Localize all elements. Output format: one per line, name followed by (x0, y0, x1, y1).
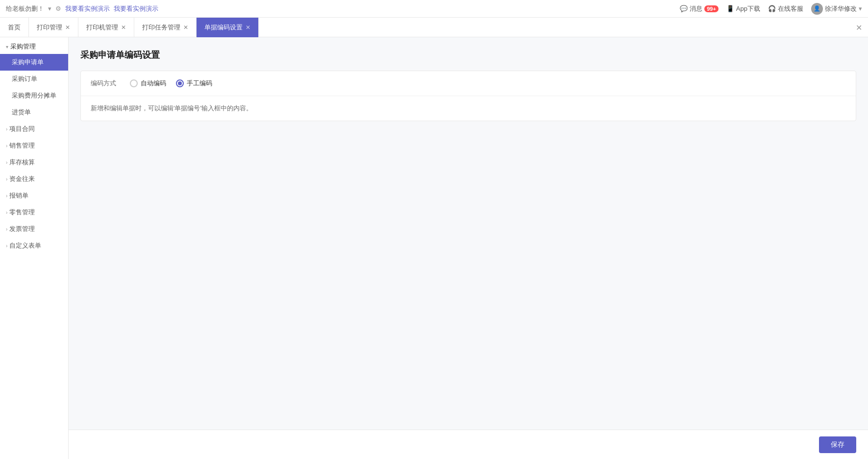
hint-text: 新增和编辑单据时，可以编辑'单据编号'输入框中的内容。 (81, 96, 856, 121)
tab-printer-mgmt-close[interactable]: ✕ (121, 24, 126, 31)
chevron-right-icon-7: › (6, 227, 7, 232)
chevron-right-icon-4: › (6, 177, 7, 182)
message-badge: 99+ (704, 5, 719, 12)
sidebar-item-purchase-expense[interactable]: 采购费用分摊单 (0, 87, 68, 104)
top-bar-brand: 给老板勿删！ (6, 4, 44, 13)
tab-home-label: 首页 (8, 23, 21, 32)
chevron-right-icon-8: › (6, 243, 7, 249)
user-dropdown-icon: ▾ (859, 5, 862, 12)
sidebar-group-returns[interactable]: › 报销单 (0, 187, 68, 204)
tab-barcode-settings[interactable]: 单据编码设置 ✕ (197, 18, 259, 37)
headset-icon: 🎧 (768, 5, 776, 12)
content-inner: 采购申请单编码设置 编码方式 自动编码 手工编码 (69, 37, 868, 459)
message-icon: 💬 (680, 5, 688, 12)
chevron-right-icon-5: › (6, 193, 7, 199)
page-title: 采购申请单编码设置 (80, 49, 856, 61)
sidebar-item-purchase-request-label: 采购申请单 (12, 58, 44, 66)
sidebar: ▾ 采购管理 采购申请单 采购订单 采购费用分摊单 进货单 › 项目合同 › 销… (0, 37, 69, 459)
manual-code-option[interactable]: 手工编码 (176, 79, 212, 88)
app-icon: 📱 (726, 5, 734, 12)
user-profile-button[interactable]: 👤 徐泽华修改 ▾ (811, 3, 862, 15)
top-bar-right: 💬 消息 99+ 📱 App下载 🎧 在线客服 👤 徐泽华修改 ▾ (680, 3, 862, 15)
demo-label-text[interactable]: 我要看实例演示 (114, 4, 158, 13)
sidebar-group-invoice-mgmt-label: 发票管理 (9, 225, 35, 233)
tab-home[interactable]: 首页 (0, 18, 29, 37)
chevron-right-icon-3: › (6, 160, 7, 165)
sidebar-item-stock-in-label: 进货单 (12, 108, 31, 116)
sidebar-group-project-contract[interactable]: › 项目合同 (0, 121, 68, 137)
message-label: 消息 (690, 4, 702, 13)
tab-print-mgmt-close[interactable]: ✕ (65, 24, 70, 31)
sidebar-group-inventory-label: 库存核算 (9, 158, 35, 167)
app-download-button[interactable]: 📱 App下载 (726, 4, 760, 13)
sidebar-group-purchase-title[interactable]: ▾ 采购管理 (0, 37, 68, 54)
online-service-label: 在线客服 (778, 4, 803, 13)
sidebar-group-funds[interactable]: › 资金往来 (0, 171, 68, 187)
top-bar: 给老板勿删！ ▾ ⚙ 我要看实例演示 我要看实例演示 💬 消息 99+ 📱 Ap… (0, 0, 868, 18)
panel-close-button[interactable]: ✕ (850, 18, 868, 37)
sidebar-group-purchase: ▾ 采购管理 采购申请单 采购订单 采购费用分摊单 进货单 (0, 37, 68, 121)
content-area: 采购申请单编码设置 编码方式 自动编码 手工编码 (69, 37, 868, 459)
sidebar-group-custom-forms-label: 自定义表单 (9, 241, 41, 250)
chevron-right-icon-6: › (6, 210, 7, 215)
tab-barcode-settings-label: 单据编码设置 (204, 23, 243, 32)
sidebar-group-project-contract-label: 项目合同 (9, 125, 35, 133)
radio-group: 自动编码 手工编码 (130, 79, 212, 88)
sidebar-group-retail-mgmt[interactable]: › 零售管理 (0, 204, 68, 221)
demo-link[interactable]: 我要看实例演示 (65, 4, 110, 13)
manual-code-radio[interactable] (176, 79, 184, 87)
tab-bar: 首页 打印管理 ✕ 打印机管理 ✕ 打印任务管理 ✕ 单据编码设置 ✕ ✕ (0, 18, 868, 37)
sidebar-group-returns-label: 报销单 (9, 191, 28, 200)
tab-print-mgmt[interactable]: 打印管理 ✕ (29, 18, 78, 37)
dropdown-icon: ▾ (48, 5, 51, 12)
tab-barcode-settings-close[interactable]: ✕ (246, 24, 250, 31)
online-service-button[interactable]: 🎧 在线客服 (768, 4, 803, 13)
message-button[interactable]: 💬 消息 99+ (680, 4, 719, 13)
tab-print-task-mgmt-label: 打印任务管理 (142, 23, 180, 32)
sidebar-group-inventory[interactable]: › 库存核算 (0, 154, 68, 171)
save-button[interactable]: 保存 (819, 436, 856, 453)
tab-printer-mgmt[interactable]: 打印机管理 ✕ (78, 18, 134, 37)
sidebar-group-sales-mgmt[interactable]: › 销售管理 (0, 137, 68, 154)
sidebar-group-invoice-mgmt[interactable]: › 发票管理 (0, 221, 68, 237)
sidebar-group-sales-mgmt-label: 销售管理 (9, 141, 35, 150)
sidebar-item-purchase-order[interactable]: 采购订单 (0, 71, 68, 87)
tab-printer-mgmt-label: 打印机管理 (86, 23, 118, 32)
manual-code-label: 手工编码 (187, 79, 212, 88)
tab-print-task-mgmt-close[interactable]: ✕ (183, 24, 188, 31)
sidebar-group-retail-mgmt-label: 零售管理 (9, 208, 35, 217)
chevron-right-icon-2: › (6, 143, 7, 149)
settings-card: 编码方式 自动编码 手工编码 新增和编辑单据时，可以编辑'单据编号'输入框中的内… (80, 71, 856, 121)
chevron-right-icon: › (6, 127, 7, 132)
content-footer: 保存 (69, 430, 868, 459)
user-name: 徐泽华修改 (825, 4, 857, 13)
tab-print-task-mgmt[interactable]: 打印任务管理 ✕ (134, 18, 197, 37)
encoding-method-label: 编码方式 (91, 79, 130, 88)
auto-code-option[interactable]: 自动编码 (130, 79, 166, 88)
sidebar-item-purchase-order-label: 采购订单 (12, 75, 37, 82)
app-download-label: App下载 (736, 4, 760, 13)
sidebar-item-purchase-request[interactable]: 采购申请单 (0, 54, 68, 71)
main-layout: ▾ 采购管理 采购申请单 采购订单 采购费用分摊单 进货单 › 项目合同 › 销… (0, 37, 868, 459)
auto-code-label: 自动编码 (141, 79, 166, 88)
settings-icon[interactable]: ⚙ (55, 5, 61, 12)
sidebar-group-funds-label: 资金往来 (9, 175, 35, 183)
top-bar-left: 给老板勿删！ ▾ ⚙ 我要看实例演示 我要看实例演示 (6, 4, 158, 13)
sidebar-group-purchase-label: 采购管理 (10, 42, 36, 51)
sidebar-item-purchase-expense-label: 采购费用分摊单 (12, 92, 56, 99)
tab-print-mgmt-label: 打印管理 (37, 23, 62, 32)
chevron-down-icon: ▾ (6, 44, 8, 50)
encoding-method-row: 编码方式 自动编码 手工编码 (81, 71, 856, 96)
sidebar-group-custom-forms[interactable]: › 自定义表单 (0, 237, 68, 254)
avatar: 👤 (811, 3, 823, 15)
sidebar-item-stock-in[interactable]: 进货单 (0, 104, 68, 121)
auto-code-radio[interactable] (130, 79, 138, 87)
